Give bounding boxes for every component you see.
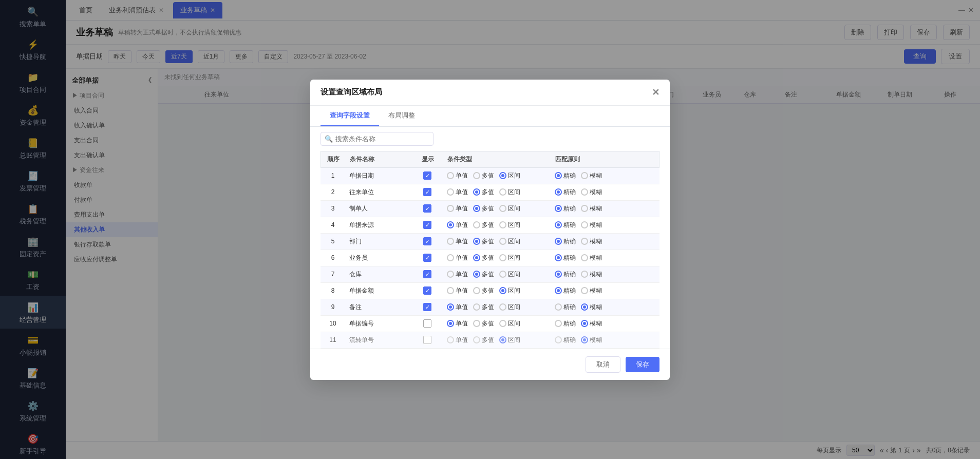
row1-order: 1 [321, 168, 345, 183]
modal-tab-layout[interactable]: 布局调整 [379, 106, 424, 126]
row8-cb[interactable]: ✓ [423, 286, 431, 295]
modal-overlay: 设置查询区域布局 ✕ 查询字段设置 布局调整 🔍 [0, 0, 980, 459]
row10-cb[interactable] [423, 319, 431, 328]
modal-table: 顺序 条件名称 显示 条件类型 匹配原则 1 单据日期 ✓ [310, 151, 670, 349]
row1-match-exact[interactable]: 精确 [555, 171, 576, 180]
table-row: 2 往来单位 ✓ 单值 多值 区间 精确 模糊 [321, 184, 659, 201]
row1-radio-group: 单值 多值 区间 [447, 171, 520, 180]
row1-match-group: 精确 模糊 [555, 171, 602, 180]
modal-search-input[interactable] [321, 132, 434, 146]
col-type: 条件类型 [443, 151, 551, 167]
modal: 设置查询区域布局 ✕ 查询字段设置 布局调整 🔍 [310, 80, 670, 380]
table-row: 6 业务员 ✓ 单值 多值 区间 精确 模糊 [321, 250, 659, 266]
col-show: 显示 [412, 151, 443, 167]
row1-checkbox[interactable]: ✓ [423, 171, 431, 180]
search-wrap: 🔍 [321, 132, 434, 146]
row1-radio-range[interactable]: 区间 [499, 171, 520, 180]
modal-table-header: 顺序 条件名称 显示 条件类型 匹配原则 [321, 151, 659, 168]
row1-radio-multi[interactable]: 多值 [473, 171, 494, 180]
modal-tabs: 查询字段设置 布局调整 [310, 106, 670, 127]
row1-type: 单值 多值 区间 [443, 168, 551, 184]
modal-save-button[interactable]: 保存 [626, 357, 659, 372]
table-row: 5 部门 ✓ 单值 多值 区间 精确 模糊 [321, 234, 659, 250]
modal-footer: 取消 保存 [310, 349, 670, 380]
row6-cb[interactable]: ✓ [423, 254, 431, 262]
modal-title: 设置查询区域布局 [321, 87, 382, 97]
table-row: 4 单据来源 ✓ 单值 多值 区间 精确 模糊 [321, 217, 659, 234]
table-row: 8 单据金额 ✓ 单值 多值 区间 精确 模糊 [321, 283, 659, 299]
table-row: 7 仓库 ✓ 单值 多值 区间 精确 模糊 [321, 266, 659, 283]
row2-cb[interactable]: ✓ [423, 188, 431, 196]
row1-match: 精确 模糊 [551, 168, 653, 184]
table-row: 9 备注 ✓ 单值 多值 区间 精确 模糊 [321, 299, 659, 316]
search-icon: 🔍 [325, 135, 333, 143]
table-row: 1 单据日期 ✓ 单值 多值 [321, 168, 659, 184]
col-order: 顺序 [321, 151, 346, 167]
table-row: 3 制单人 ✓ 单值 多值 区间 精确 模糊 [321, 201, 659, 217]
row4-cb[interactable]: ✓ [423, 221, 431, 229]
row1-radio-single[interactable]: 单值 [447, 171, 468, 180]
row5-cb[interactable]: ✓ [423, 237, 431, 245]
cancel-button[interactable]: 取消 [586, 356, 620, 373]
row1-name: 单据日期 [345, 168, 412, 184]
modal-body: 查询字段设置 布局调整 🔍 顺序 条件名称 显示 [310, 106, 670, 349]
row1-show[interactable]: ✓ [412, 168, 443, 183]
modal-close-button[interactable]: ✕ [652, 87, 659, 98]
row1-match-fuzzy[interactable]: 模糊 [581, 171, 602, 180]
modal-search-area: 🔍 [310, 127, 670, 151]
row3-cb[interactable]: ✓ [423, 204, 431, 213]
row7-cb[interactable]: ✓ [423, 270, 431, 278]
col-match: 匹配原则 [551, 151, 654, 167]
table-row: 11 流转单号 单值 多值 区间 精确 模糊 [321, 332, 659, 349]
table-row: 10 单据编号 单值 多值 区间 精确 模糊 [321, 316, 659, 332]
modal-tab-fields[interactable]: 查询字段设置 [321, 106, 379, 126]
col-name: 条件名称 [346, 151, 412, 167]
modal-header: 设置查询区域布局 ✕ [310, 80, 670, 106]
row9-cb[interactable]: ✓ [423, 303, 431, 311]
row11-cb[interactable] [423, 336, 431, 344]
